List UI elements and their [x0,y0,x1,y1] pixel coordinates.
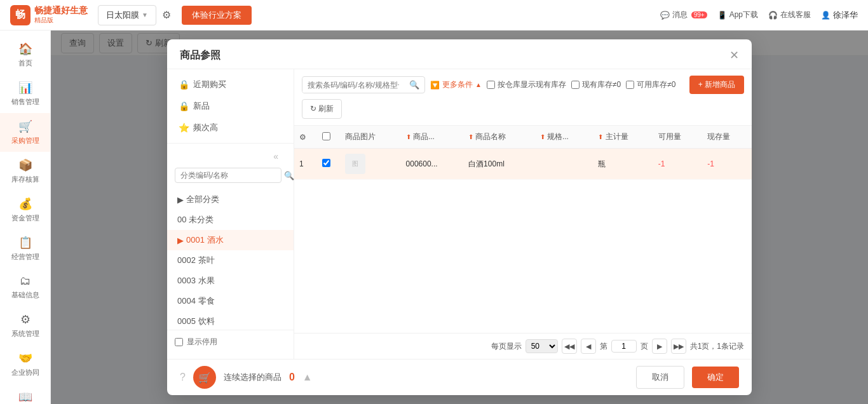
sort-code-icon[interactable]: ⬆ [406,133,411,140]
sidebar-item-finance[interactable]: 💰 资金管理 [0,191,50,229]
left-tab-frequent-label: 频次高 [193,122,218,133]
category-item-0002[interactable]: 0002 茶叶 [167,250,294,271]
category-item-00[interactable]: 00 未分类 [167,210,294,230]
logo-sub: 精品版 [34,16,88,25]
topbar-right: 💬 消息 99+ 📱 App下载 🎧 在线客服 👤 徐泽华 [660,10,858,21]
filter-more-button[interactable]: 🔽 更多条件 ▲ [430,79,482,90]
confirm-button[interactable]: 确定 [692,367,739,388]
nav-dropdown[interactable]: 日太阳膜 ▼ [98,5,156,25]
purchase-icon: 🛒 [18,119,32,133]
sidebar-item-collab[interactable]: 🤝 企业协同 [0,345,50,384]
page-number-input[interactable] [611,340,637,353]
collapse-left-button[interactable]: « [268,149,283,164]
refresh-product-button[interactable]: ↻ 刷新 [302,99,342,119]
available-nonzero-checkbox[interactable] [626,81,634,89]
mobile-icon: 📱 [717,11,727,20]
row-spec [535,149,593,180]
footer-collapse-icon[interactable]: ▲ [302,372,313,383]
stock-nonzero-label: 现有库存≠0 [582,79,621,90]
pagination: 每页显示 50 10 20 100 ◀◀ ◀ 第 页 [294,333,752,359]
category-item-all[interactable]: ▶ 全部分类 [167,189,294,210]
sidebar: 🏠 首页 📊 销售管理 🛒 采购管理 📦 库存核算 💰 资金管理 📋 经营管理 … [0,30,51,404]
sidebar-item-operations[interactable]: 📋 经营管理 [0,229,50,268]
sidebar-item-system[interactable]: ⚙ 系统管理 [0,306,50,345]
checkbox-stock-nonzero: 现有库存≠0 [571,79,621,90]
left-divider [167,143,294,144]
guide-icon: 📖 [18,390,32,404]
sidebar-item-sales[interactable]: 📊 销售管理 [0,74,50,113]
left-tab-frequent[interactable]: ⭐ 频次高 [172,118,288,138]
category-list: ▶ 全部分类 00 未分类 ▶ 0001 酒水 0002 茶 [167,187,294,330]
settings-icon[interactable]: ⚙ [156,5,177,25]
logo-icon: 畅 [10,5,31,25]
system-icon: ⚙ [20,313,31,327]
warehouse-checkbox[interactable] [487,81,495,89]
product-search-input[interactable] [302,77,404,93]
col-settings-icon[interactable]: ⚙ [299,133,306,142]
sales-icon: 📊 [18,81,32,95]
sidebar-item-purchase[interactable]: 🛒 采购管理 [0,113,50,152]
col-code: ⬆ 商品... [401,126,464,149]
show-disabled-checkbox[interactable] [175,338,183,346]
add-product-button[interactable]: + 新增商品 [689,76,744,94]
category-search-icon[interactable]: 🔍 [284,171,294,180]
message-group[interactable]: 💬 消息 99+ [660,10,707,20]
category-item-0001[interactable]: ▶ 0001 酒水 [167,230,294,250]
stock-nonzero-checkbox[interactable] [571,81,580,89]
prev-page-button[interactable]: ◀ [581,339,596,354]
message-badge: 99+ [691,11,707,18]
first-page-button[interactable]: ◀◀ [562,339,577,354]
row-checkbox[interactable] [322,159,330,167]
left-tab-recent-label: 近期购买 [193,79,226,90]
cat-00-label: 00 未分类 [177,214,214,226]
experience-button[interactable]: 体验行业方案 [182,6,252,25]
modal-title: 商品参照 [180,49,220,62]
category-item-0005[interactable]: 0005 饮料 [167,311,294,330]
user-group[interactable]: 👤 徐泽华 [821,10,858,21]
logo-text: 畅捷通好生意 [34,5,88,16]
help-icon[interactable]: ? [180,372,186,383]
app-download-group[interactable]: 📱 App下载 [717,10,758,20]
sidebar-item-guide[interactable]: 📖 新手引导 [0,384,50,404]
collab-icon: 🤝 [18,351,32,365]
per-page-select[interactable]: 50 10 20 100 [526,339,558,353]
customer-service-group[interactable]: 🎧 在线客服 [768,10,811,20]
cat-0003-label: 0003 水果 [177,275,215,286]
frequent-icon: ⭐ [179,123,189,133]
cart-button[interactable]: 🛒 [193,366,216,389]
category-item-0003[interactable]: 0003 水果 [167,271,294,291]
select-all-checkbox[interactable] [322,132,330,140]
sort-unit-icon[interactable]: ⬆ [598,133,603,140]
next-page-button[interactable]: ▶ [652,339,667,354]
sidebar-item-inventory[interactable]: 📦 库存核算 [0,152,50,191]
sidebar-item-basics[interactable]: 🗂 基础信息 [0,268,50,306]
left-tab-recent[interactable]: 🔒 近期购买 [172,74,288,95]
product-search-icon[interactable]: 🔍 [404,77,424,93]
warehouse-checkbox-label: 按仓库显示现有库存 [498,79,566,90]
product-toolbar: 🔍 🔽 更多条件 ▲ 按仓库显示现有库存 [294,69,752,126]
basics-icon: 🗂 [20,274,31,288]
table-body: 1 图 000600... 白酒100ml 瓶 [294,149,752,180]
sidebar-label-purchase: 采购管理 [11,136,39,145]
sort-name-icon[interactable]: ⬆ [468,133,473,140]
filter-icon: 🔽 [430,81,440,90]
left-tabs: 🔒 近期购买 🔒 新品 ⭐ 频次高 [167,74,294,138]
table-row[interactable]: 1 图 000600... 白酒100ml 瓶 [294,149,752,180]
sort-spec-icon[interactable]: ⬆ [540,133,545,140]
modal-close-button[interactable]: ✕ [729,48,739,62]
message-icon: 💬 [660,11,670,20]
product-thumbnail: 图 [345,154,365,174]
inventory-icon: 📦 [18,158,32,172]
cat-0005-label: 0005 饮料 [177,316,215,327]
selected-products-label: 连续选择的商品 [224,372,281,383]
category-search-input[interactable] [175,168,281,183]
cat-0001-label: 0001 酒水 [186,234,224,246]
last-page-button[interactable]: ▶▶ [671,339,686,354]
sidebar-item-home[interactable]: 🏠 首页 [0,36,50,74]
left-tab-new[interactable]: 🔒 新品 [172,96,288,116]
finance-icon: 💰 [18,197,32,211]
cancel-button[interactable]: 取消 [636,366,684,389]
category-item-0004[interactable]: 0004 零食 [167,291,294,311]
product-table-wrapper: ⚙ 商品图片 ⬆ 商品... ⬆ [294,126,752,333]
col-name: ⬆ 商品名称 [463,126,534,149]
